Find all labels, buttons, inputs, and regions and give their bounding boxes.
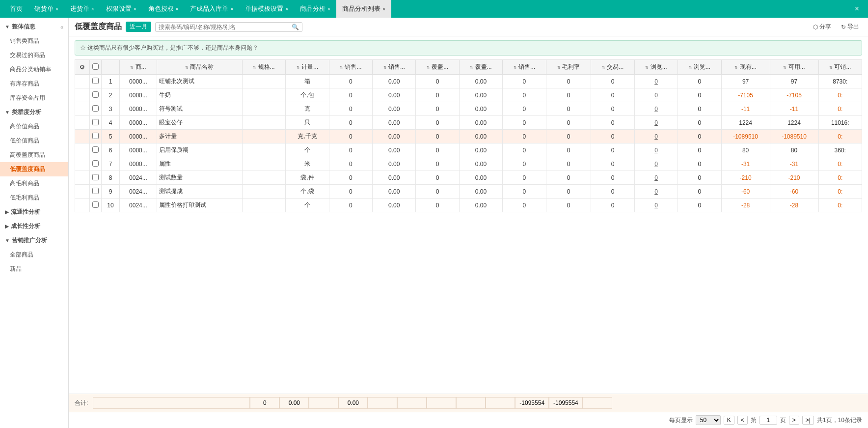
sidebar-item-high-coverage[interactable]: 高覆盖度商品 [0,148,68,162]
footer-current: -1095554 [515,397,549,409]
table-row: 80024...测试数量袋,件00.0000.0000000-210-2100: [75,171,862,185]
nav-sales-close[interactable]: × [55,6,58,12]
col-header-trans[interactable]: ⇅ 交易... [591,60,634,75]
sidebar-section-liquidity[interactable]: ▶ 流通性分析 [0,205,68,219]
first-page-button[interactable]: K [724,416,734,425]
row-cover1: 0 [416,102,459,116]
nav-analysis-list-close[interactable]: × [382,6,385,12]
search-icon[interactable]: 🔍 [292,24,299,30]
sidebar-item-high-margin[interactable]: 高毛利商品 [0,176,68,191]
nav-roles-close[interactable]: × [176,6,179,12]
sidebar-section-overall[interactable]: ▼ 整体信息 « [0,20,68,34]
settings-col-header[interactable]: ⚙ [75,60,90,75]
current-page-input[interactable] [760,416,777,425]
col-header-sales3[interactable]: ⇅ 销售... [503,60,546,75]
row-name: 符号测试 [157,102,242,116]
sidebar-item-traded-goods[interactable]: 交易过的商品 [0,48,68,62]
sidebar-section-group-analysis[interactable]: ▼ 类群度分析 [0,105,68,119]
row-checkbox[interactable] [92,105,99,112]
next-page-button[interactable]: > [789,416,799,425]
nav-template-close[interactable]: × [285,6,288,12]
sidebar-item-new-goods[interactable]: 新品 [0,262,68,276]
close-all-button[interactable]: × [850,4,864,13]
sidebar-section-marketing[interactable]: ▼ 营销推广分析 [0,233,68,248]
nav-product-inbound-close[interactable]: × [230,6,233,12]
footer-cover2: 0.00 [338,397,368,409]
row-settings [75,143,90,157]
last-page-button[interactable]: >| [802,416,814,425]
col-header-current[interactable]: ⇅ 现有... [721,60,770,75]
row-checkbox[interactable] [92,119,99,125]
check-col-header[interactable] [90,60,102,75]
row-cover2: 0.00 [459,75,502,88]
col-header-sales-amt[interactable]: ⇅ 销售... [373,60,416,75]
date-filter-button[interactable]: 近一月 [126,22,151,32]
col-header-sales-qty[interactable]: ⇅ 销售... [329,60,372,75]
nav-purchase-close[interactable]: × [91,6,94,12]
row-cover1: 0 [416,75,459,88]
col-header-name[interactable]: ⇅ 商品名称 [157,60,242,75]
col-header-gross[interactable]: ⇅ 毛利率 [546,60,591,75]
row-current: -31 [721,157,770,171]
table-row: 40000...眼宝公仔只00.0000.0000000122412241101… [75,116,862,130]
nav-permissions-close[interactable]: × [134,6,136,12]
row-checkbox[interactable] [92,146,99,153]
table-header-row: ⚙ ⇅ 商... ⇅ 商品名称 ⇅ 规格... ⇅ 计量... ⇅ 销售... … [75,60,862,75]
nav-analysis[interactable]: 商品分析 × [294,0,336,18]
col-header-cover2[interactable]: ⇅ 覆盖... [459,60,502,75]
row-current: -7105 [721,88,770,102]
row-checkbox[interactable] [92,188,99,194]
nav-permissions[interactable]: 权限设置 × [100,0,142,18]
sidebar-item-high-value[interactable]: 高价值商品 [0,119,68,134]
col-header-spec[interactable]: ⇅ 规格... [242,60,285,75]
table-row: 70000...属性米00.0000.0000000-31-310: [75,157,862,171]
col-header-code[interactable]: ⇅ 商... [120,60,157,75]
footer-trans [427,397,456,409]
sidebar-collapse-icon[interactable]: « [60,24,63,30]
sidebar-item-stock-capital[interactable]: 库存资金占用 [0,91,68,105]
sidebar-item-sales-goods[interactable]: 销售类商品 [0,34,68,48]
prev-page-button[interactable]: < [737,416,748,425]
sidebar-item-low-margin[interactable]: 低毛利商品 [0,191,68,205]
nav-roles[interactable]: 角色授权 × [142,0,185,18]
row-settings [75,130,90,143]
row-settings [75,116,90,130]
row-settings [75,88,90,102]
table-container: ⚙ ⇅ 商... ⇅ 商品名称 ⇅ 规格... ⇅ 计量... ⇅ 销售... … [69,59,868,394]
per-page-select[interactable]: 50 20 100 [696,415,721,425]
sidebar-item-instock-goods[interactable]: 有库存商品 [0,77,68,91]
row-checkbox[interactable] [92,91,99,98]
col-header-cover1[interactable]: ⇅ 覆盖... [416,60,459,75]
sidebar-item-low-coverage[interactable]: 低覆盖度商品 [0,162,68,176]
col-header-browse2[interactable]: ⇅ 浏览... [678,60,721,75]
search-input[interactable] [159,24,292,30]
sidebar-item-all-goods[interactable]: 全部商品 [0,248,68,262]
nav-analysis-list[interactable]: 商品分析列表 × [336,0,391,18]
export-button[interactable]: ↻ 导出 [838,22,862,32]
row-checkbox[interactable] [92,160,99,167]
sidebar-item-low-value[interactable]: 低价值商品 [0,134,68,148]
nav-template[interactable]: 单据模板设置 × [239,0,294,18]
sidebar-section-growth[interactable]: ▶ 成长性分析 [0,219,68,233]
col-header-unit[interactable]: ⇅ 计量... [286,60,329,75]
sidebar-item-category-rate[interactable]: 商品分类动销率 [0,62,68,77]
share-button[interactable]: ⬡ 分享 [810,22,834,32]
nav-analysis-close[interactable]: × [327,6,330,12]
content-area: 低覆盖度商品 近一月 🔍 ⬡ 分享 ↻ 导出 ☆ 这类商品只有很少客户购买过，是… [69,18,868,428]
table-row: 20000...牛奶个,包00.0000.0000000-7105-71050: [75,88,862,102]
row-checkbox[interactable] [92,201,99,208]
nav-purchase[interactable]: 进货单 × [64,0,100,18]
row-cover2: 0.00 [459,171,502,185]
select-all-checkbox[interactable] [92,63,99,70]
nav-home[interactable]: 首页 [4,0,28,18]
row-checkbox[interactable] [92,78,99,84]
row-checkbox[interactable] [92,133,99,139]
row-no: 3 [102,102,120,116]
nav-sales[interactable]: 销货单 × [28,0,64,18]
col-header-browse1[interactable]: ⇅ 浏览... [634,60,678,75]
row-browse2: 0 [678,171,721,185]
nav-product-inbound[interactable]: 产成品入库单 × [184,0,239,18]
row-checkbox[interactable] [92,174,99,180]
col-header-available[interactable]: ⇅ 可用... [770,60,818,75]
col-header-sellable[interactable]: ⇅ 可销... [818,60,862,75]
